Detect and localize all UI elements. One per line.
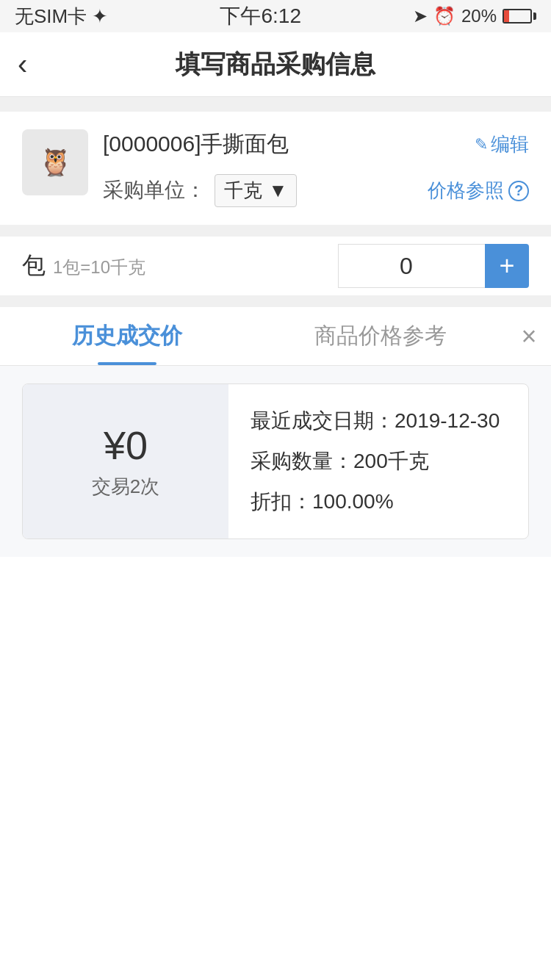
history-card: ¥0 交易2次 最近成交日期：2019-12-30 采购数量：200千克 折扣：… [22, 383, 529, 539]
history-price: ¥0 [104, 422, 148, 468]
tab-bar: 历史成交价 商品价格参考 × [0, 307, 551, 366]
tab-close-button[interactable]: × [507, 321, 551, 352]
product-name: [0000006]手撕面包 [103, 129, 289, 159]
location-icon: ➤ [413, 6, 428, 26]
quantity-plus-button[interactable]: + [485, 244, 529, 288]
battery-body [503, 9, 532, 24]
battery-fill [504, 10, 509, 22]
unit-left: 采购单位： 千克 ▼ [103, 174, 297, 207]
status-right: ➤ ⏰ 20% [413, 6, 536, 26]
unit-value: 千克 [224, 178, 262, 203]
divider-1 [0, 225, 551, 237]
product-info: [0000006]手撕面包 ✎ 编辑 采购单位： 千克 ▼ 价格参照 ? [103, 129, 529, 207]
battery-percent: 20% [461, 6, 497, 26]
status-carrier: 无SIM卡 ✦ [15, 4, 108, 29]
quantity-input-wrap: + [338, 244, 529, 288]
unit-dropdown-arrow: ▼ [268, 179, 287, 202]
quantity-unit: 包 [22, 250, 46, 282]
tab-history-price-label: 历史成交价 [72, 321, 182, 351]
page-title: 填写商品采购信息 [176, 48, 375, 82]
edit-button[interactable]: ✎ 编辑 [475, 131, 529, 157]
product-thumbnail-icon: 🦉 [39, 147, 72, 178]
edit-label: 编辑 [491, 131, 529, 157]
quantity-input[interactable] [338, 244, 485, 288]
product-header: 🦉 [0000006]手撕面包 ✎ 编辑 采购单位： 千克 ▼ [22, 129, 529, 207]
battery-tip [533, 12, 536, 20]
nav-bar: ‹ 填写商品采购信息 [0, 32, 551, 97]
product-card: 🦉 [0000006]手撕面包 ✎ 编辑 采购单位： 千克 ▼ [0, 112, 551, 225]
product-thumbnail: 🦉 [22, 129, 88, 195]
tab-product-price-ref-label: 商品价格参考 [314, 321, 447, 351]
history-left: ¥0 交易2次 [23, 384, 228, 538]
edit-icon: ✎ [475, 135, 488, 154]
main-content-area [0, 557, 551, 980]
back-button[interactable]: ‹ [18, 48, 27, 81]
history-purchase-qty: 采购数量：200千克 [251, 447, 506, 475]
unit-select[interactable]: 千克 ▼ [215, 174, 297, 207]
quantity-hint: 1包=10千克 [53, 256, 145, 279]
price-ref-button[interactable]: 价格参照 ? [428, 178, 529, 203]
history-recent-date: 最近成交日期：2019-12-30 [251, 406, 506, 435]
status-bar: 无SIM卡 ✦ 下午6:12 ➤ ⏰ 20% [0, 0, 551, 32]
history-discount: 折扣：100.00% [251, 487, 506, 516]
status-time: 下午6:12 [220, 2, 301, 30]
tab-history-price[interactable]: 历史成交价 [0, 307, 253, 365]
history-right: 最近成交日期：2019-12-30 采购数量：200千克 折扣：100.00% [228, 384, 528, 538]
quantity-row: 包 1包=10千克 + [0, 237, 551, 295]
alarm-icon: ⏰ [433, 6, 455, 26]
product-name-row: [0000006]手撕面包 ✎ 编辑 [103, 129, 529, 159]
price-ref-question-icon: ? [508, 181, 529, 201]
history-content: ¥0 交易2次 最近成交日期：2019-12-30 采购数量：200千克 折扣：… [0, 366, 551, 557]
price-ref-label: 价格参照 [428, 178, 504, 203]
product-unit-row: 采购单位： 千克 ▼ 价格参照 ? [103, 174, 529, 207]
unit-label: 采购单位： [103, 179, 206, 201]
tab-panel: 历史成交价 商品价格参考 × ¥0 交易2次 最近成交日期：2019-12-30… [0, 307, 551, 557]
quantity-label: 包 1包=10千克 [22, 250, 145, 282]
history-trades: 交易2次 [92, 474, 159, 500]
carrier-text: 无SIM卡 ✦ [15, 4, 108, 29]
battery-icon [503, 9, 536, 24]
tab-product-price-ref[interactable]: 商品价格参考 [253, 307, 507, 365]
